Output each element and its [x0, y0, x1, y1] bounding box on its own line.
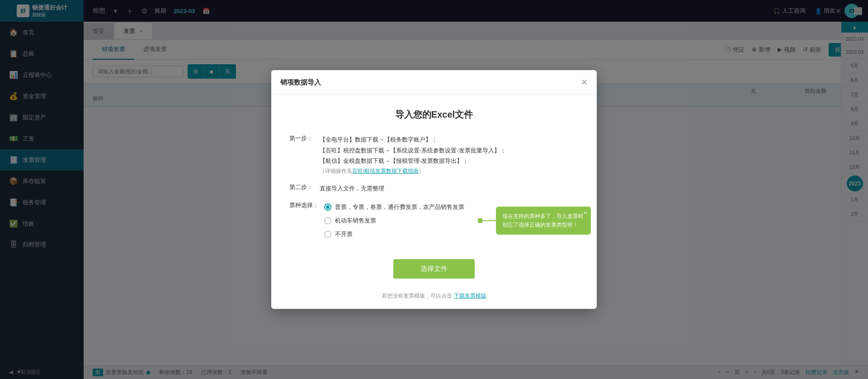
- modal-header: 销项数据导入 ✕: [271, 70, 597, 95]
- modal-close-button[interactable]: ✕: [581, 77, 588, 87]
- ticket-normal-radio[interactable]: [324, 204, 331, 211]
- ticket-label: 票种选择：: [289, 201, 319, 238]
- hint-prefix: 若您没有发票模版，可以点击: [382, 293, 452, 299]
- step1-line3: 【航信】金税盘数据下载→【报税管理-发票数据导出】；: [320, 156, 506, 166]
- tooltip-line: [482, 220, 496, 221]
- ticket-motor-radio[interactable]: [324, 217, 331, 224]
- step2-label: 第二步：: [289, 183, 314, 194]
- download-template-link[interactable]: 下载发票模版: [454, 293, 486, 299]
- step1-label: 第一步：: [289, 134, 314, 176]
- step1-content: 【全电平台】数据下载→【税务数字账户】； 【百旺】税控盘数据下载→【系统设置-系…: [320, 134, 506, 176]
- ticket-none-radio[interactable]: [324, 231, 331, 238]
- modal-hint: 若您没有发票模版，可以点击 下载发票模版: [271, 288, 597, 309]
- step2-row: 第二步： 直接导入文件，无需整理: [289, 183, 579, 194]
- modal-title: 销项数据导入: [280, 78, 321, 87]
- ticket-motor-label: 机动车销售发票: [335, 217, 376, 225]
- select-file-button[interactable]: 选择文件: [393, 259, 475, 279]
- step1-row: 第一步： 【全电平台】数据下载→【税务数字账户】； 【百旺】税控盘数据下载→【系…: [289, 134, 579, 176]
- tooltip-container: × 现在支持的票种多了，导入发票时别忘了选择正确的发票类型呀！: [478, 206, 591, 234]
- modal-footer: 选择文件: [271, 259, 597, 288]
- ticket-normal-row: 普票，专票，卷票，通行费发票，农产品销售发票: [324, 203, 464, 211]
- ticket-none-label: 不开票: [335, 230, 353, 238]
- step1-line2: 【百旺】税控盘数据下载→【系统设置-系统参数设置-发票批量导入】；: [320, 145, 506, 156]
- ticket-none-row: 不开票: [324, 230, 464, 238]
- step1-line1: 【全电平台】数据下载→【税务数字账户】；: [320, 134, 506, 145]
- ticket-row: 票种选择： 普票，专票，卷票，通行费发票，农产品销售发票 机动车销售发票: [289, 201, 579, 238]
- modal-body: 导入您的Excel文件 第一步： 【全电平台】数据下载→【税务数字账户】； 【百…: [271, 95, 597, 259]
- tooltip-bubble: × 现在支持的票种多了，导入发票时别忘了选择正确的发票类型呀！: [496, 206, 591, 234]
- tooltip-dot: [478, 218, 482, 223]
- ticket-normal-label: 普票，专票，卷票，通行费发票，农产品销售发票: [335, 203, 464, 211]
- ticket-motor-row: 机动车销售发票 × 现在支持的票种多了，导入发票时别忘了选择正确的发票类型呀！: [324, 217, 464, 225]
- import-modal: 销项数据导入 ✕ 导入您的Excel文件 第一步： 【全电平台】数据下载→【税务…: [271, 70, 597, 308]
- step2-content: 直接导入文件，无需整理: [320, 183, 384, 194]
- modal-overlay: 销项数据导入 ✕ 导入您的Excel文件 第一步： 【全电平台】数据下载→【税务…: [0, 0, 868, 379]
- ticket-radio-group: 普票，专票，卷票，通行费发票，农产品销售发票 机动车销售发票 ×: [324, 203, 464, 238]
- modal-main-title: 导入您的Excel文件: [289, 109, 579, 121]
- tooltip-close-btn[interactable]: ×: [584, 208, 587, 218]
- guide-link[interactable]: 百旺/航信发票数据下载指南: [352, 168, 419, 174]
- tooltip-text: 现在支持的票种多了，导入发票时别忘了选择正确的发票类型呀！: [502, 213, 584, 227]
- step1-note: （详细操作见百旺/航信发票数据下载指南）: [320, 166, 506, 176]
